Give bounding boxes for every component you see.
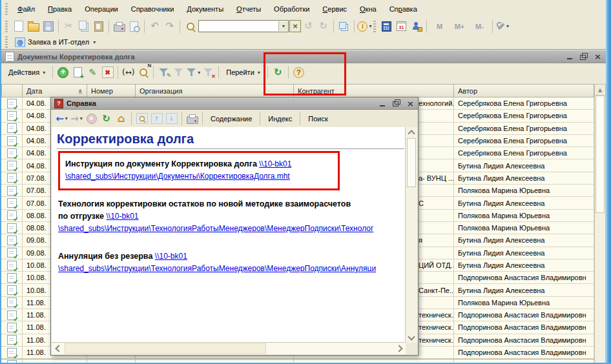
find-by-number-button[interactable]: N (136, 65, 150, 80)
scroll-right-icon[interactable] (394, 343, 406, 354)
tab-search[interactable]: Поиск (303, 112, 333, 125)
menu-help[interactable]: Справка (383, 2, 424, 16)
filter-settings-icon: ✎ (159, 68, 169, 77)
tab-contents[interactable]: Содержание (205, 112, 257, 125)
menu-documents[interactable]: Документы (180, 2, 230, 16)
menu-edit[interactable]: Правка (41, 2, 78, 16)
search-button[interactable] (183, 19, 198, 34)
save-button[interactable] (41, 19, 56, 34)
actions-button[interactable]: Действия ▾ (4, 66, 50, 78)
scrollbar-thumb[interactable] (595, 96, 605, 213)
filter-history-button[interactable]: ▾ (186, 65, 201, 80)
help-minimize-button[interactable] (378, 99, 386, 107)
document-posted-icon (7, 161, 17, 170)
help-horizontal-scrollbar[interactable] (52, 342, 406, 354)
minimize-button[interactable] (565, 53, 574, 61)
filter-button[interactable] (171, 65, 186, 80)
help-next-topic-button[interactable]: ↓ (164, 111, 179, 126)
scrollbar-thumb[interactable] (407, 138, 416, 187)
toolbar-grip[interactable] (5, 36, 8, 48)
settings-button[interactable]: ▾ (495, 19, 510, 34)
filter-settings-button[interactable]: ✎ (156, 65, 171, 80)
table-vertical-scrollbar[interactable]: ▲ (594, 84, 606, 364)
memory-recall-button[interactable]: M (430, 19, 450, 34)
help-window-titlebar[interactable]: ? Справка × (51, 97, 418, 110)
scroll-up-icon[interactable] (406, 127, 417, 137)
help-close-button[interactable]: × (406, 99, 415, 107)
find-previous-button[interactable]: ↺ (301, 19, 316, 34)
memory-subtract-button[interactable]: M- (470, 19, 490, 34)
window-frame-right[interactable] (606, 0, 611, 364)
server-link[interactable]: \\10-bk01 (155, 252, 187, 261)
cut-button[interactable]: ✂ (61, 19, 76, 34)
menu-catalogs[interactable]: Справочники (125, 2, 181, 16)
copy-button[interactable] (76, 19, 91, 34)
help-previous-topic-button[interactable]: ↑ (149, 111, 164, 126)
memory-add-button[interactable]: M+ (450, 19, 470, 34)
actions-dropdown-icon: ▾ (43, 70, 45, 76)
path-link[interactable]: \shared_subs\Инструкции\Документы\Коррек… (65, 170, 334, 183)
column-header-icon[interactable] (1, 84, 23, 97)
clear-search-button[interactable]: × (289, 20, 301, 32)
menu-processing[interactable]: Обработки (267, 2, 316, 16)
copy-item-button[interactable] (70, 65, 85, 80)
print-preview-button[interactable] (127, 19, 141, 34)
server-link[interactable]: \\10-bk01 (259, 159, 291, 168)
restore-button[interactable] (579, 53, 588, 61)
open-button[interactable] (26, 19, 41, 34)
wrench-icon (497, 22, 505, 30)
path-link[interactable]: \shared_subs\Инструкции\ТехнологияРаботы… (58, 223, 404, 235)
search-input[interactable]: ▾ (198, 20, 289, 32)
close-button[interactable]: × (594, 53, 602, 61)
menu-file[interactable]: Файл (11, 2, 41, 16)
it-request-button[interactable]: @ Заявка в ИТ-отдел ▾ (11, 36, 99, 48)
delete-button[interactable]: ✖ (100, 65, 115, 80)
menu-operations[interactable]: Операции (78, 2, 124, 16)
calculator-button[interactable] (379, 19, 394, 34)
scroll-up-icon[interactable]: ▲ (595, 85, 605, 96)
toolbar-grip[interactable] (5, 21, 8, 32)
add-button[interactable]: + (56, 65, 70, 80)
help-back-button[interactable]: ←▾ (54, 111, 69, 126)
help-vertical-scrollbar[interactable] (405, 127, 417, 343)
help-forward-button[interactable]: →▾ (69, 111, 84, 126)
find-next-button[interactable]: ↻ (316, 19, 331, 34)
sort-ascending-icon: ▲ (79, 88, 82, 94)
new-document-button[interactable] (11, 19, 26, 34)
info-button[interactable]: i▾ (357, 19, 372, 34)
help-maximize-button[interactable] (392, 99, 400, 107)
path-link[interactable]: \shared_subs\Инструкции\ТехнологияРаботы… (58, 263, 404, 275)
user-permissions-button[interactable] (409, 19, 424, 34)
paste-button[interactable] (91, 19, 106, 34)
menu-reports[interactable]: Отчеты (230, 2, 267, 16)
redo-button[interactable]: ↷ (162, 19, 177, 34)
help-stop-button[interactable]: ✖ (84, 111, 99, 126)
document-posted-icon (7, 186, 17, 196)
menu-windows[interactable]: Окна (353, 2, 383, 16)
open-windows-button[interactable] (337, 19, 351, 34)
scroll-down-icon[interactable] (406, 332, 417, 343)
print-button[interactable] (112, 19, 127, 34)
column-header-date[interactable]: Дата▲ (23, 84, 87, 97)
menu-service[interactable]: Сервис (316, 2, 353, 16)
search-dropdown-icon[interactable]: ▾ (278, 21, 288, 31)
tab-index[interactable]: Индекс (263, 112, 297, 125)
scroll-left-icon[interactable] (52, 343, 63, 354)
separator (109, 20, 109, 33)
clear-filter-button[interactable]: × (201, 65, 216, 80)
help-view-button[interactable] (134, 111, 149, 126)
edit-button[interactable]: ✎ (85, 65, 100, 80)
scrollbar-thumb[interactable] (65, 343, 266, 354)
help-print-button[interactable] (185, 111, 200, 126)
column-header-author[interactable]: Автор (454, 84, 594, 97)
toolbar-grip[interactable] (373, 21, 376, 32)
column-header-number[interactable]: Номер (87, 84, 136, 97)
server-link[interactable]: \\10-bk01 (106, 212, 138, 221)
undo-button[interactable]: ↶ (147, 19, 162, 34)
calendar-button[interactable]: 31 (394, 19, 409, 34)
set-period-button[interactable]: (↔) (121, 65, 136, 80)
help-home-button[interactable]: ⌂ (114, 111, 129, 126)
help-refresh-button[interactable]: ↻ (99, 111, 114, 126)
toolbar-grip[interactable] (5, 3, 8, 15)
go-to-button[interactable]: Перейти ▾ (222, 66, 265, 78)
